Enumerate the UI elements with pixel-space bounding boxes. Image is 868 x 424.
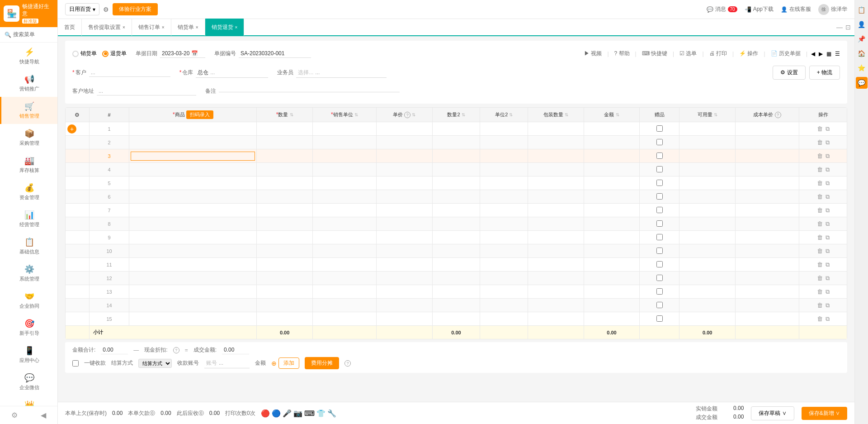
delete-11-icon[interactable]: 🗑 <box>817 261 823 268</box>
tab-close-price-setting[interactable]: × <box>123 25 125 30</box>
delete-9-icon[interactable]: 🗑 <box>817 234 823 241</box>
copy-row-1-icon[interactable]: ⧉ <box>826 125 830 133</box>
gift-check-5[interactable] <box>656 180 663 186</box>
tab-sales-order[interactable]: 销售订单 × <box>132 19 171 36</box>
business-select[interactable]: 日用百货 ▾ <box>65 3 99 15</box>
radio-sales[interactable]: 销货单 <box>72 50 97 57</box>
sidebar-item-marketing[interactable]: 📢 营销推广 <box>0 70 57 97</box>
copy-5-icon[interactable]: ⧉ <box>826 180 830 187</box>
add-row-btn[interactable]: + <box>67 124 76 133</box>
gift-check-3[interactable] <box>656 152 663 159</box>
gift-check-11[interactable] <box>656 261 663 267</box>
product-input-3[interactable] <box>131 152 255 160</box>
tab-price-setting[interactable]: 售价提取设置 × <box>82 19 132 36</box>
copy-13-icon[interactable]: ⧉ <box>826 288 830 295</box>
copy-9-icon[interactable]: ⧉ <box>826 234 830 241</box>
copy-10-icon[interactable]: ⧉ <box>826 248 830 255</box>
sidebar-item-apps[interactable]: 📱 应用中心 <box>0 341 57 368</box>
copy-row-3-icon[interactable]: ⧉ <box>826 152 830 160</box>
search-menu[interactable]: 🔍 搜索菜单 <box>0 27 57 43</box>
save-new-btn[interactable]: 保存&新增 ∨ <box>802 407 847 420</box>
collapse-icon[interactable]: ◀ <box>41 411 46 419</box>
minimize-icon[interactable]: — <box>836 24 843 31</box>
sidebar-item-quick-nav[interactable]: ⚡ 快捷导航 <box>0 43 57 70</box>
prev-icon[interactable]: ◀ <box>811 51 815 57</box>
copy-6-icon[interactable]: ⧉ <box>826 193 830 200</box>
copy-14-icon[interactable]: ⧉ <box>826 302 830 309</box>
salesperson-input[interactable]: 选择... ... <box>296 68 387 78</box>
sidebar-item-purchase[interactable]: 📦 采购管理 <box>0 124 57 151</box>
scan-btn[interactable]: 扫码录入 <box>186 110 213 119</box>
sidebar-item-finance[interactable]: 💰 资金管理 <box>0 178 57 205</box>
calendar-icon[interactable]: 📅 <box>191 50 198 57</box>
gift-check-8[interactable] <box>656 220 663 227</box>
sidebar-item-inventory[interactable]: 🏭 库存核算 <box>0 151 57 178</box>
panel-icon-1[interactable]: 📋 <box>858 5 865 15</box>
maximize-icon[interactable]: ⊡ <box>845 24 851 31</box>
gift-check-10[interactable] <box>656 248 663 254</box>
delete-row-3-icon[interactable]: 🗑 <box>817 152 823 160</box>
expense-split-btn[interactable]: 费用分摊 <box>305 357 339 369</box>
radio-return[interactable]: 退货单 <box>102 50 127 57</box>
video-btn[interactable]: ▶ 视频 <box>582 49 604 58</box>
app-download-item[interactable]: 📲 App下载 <box>745 5 774 13</box>
print-btn[interactable]: 🖨 打印 <box>708 49 729 58</box>
gift-check-15[interactable] <box>656 315 663 322</box>
next-icon[interactable]: ▶ <box>819 51 823 57</box>
settings-bottom-icon[interactable]: ⚙ <box>11 411 18 419</box>
copy-12-icon[interactable]: ⧉ <box>826 275 830 282</box>
delete-7-icon[interactable]: 🗑 <box>817 207 823 214</box>
operation-btn[interactable]: ⚡ 操作 <box>737 49 760 58</box>
user-item[interactable]: 徐 徐泽华 <box>818 4 847 15</box>
delete-8-icon[interactable]: 🗑 <box>817 220 823 228</box>
panel-icon-5[interactable]: ⭐ <box>858 62 865 73</box>
doc-date-input[interactable]: 2023-03-20 📅 <box>160 49 205 58</box>
gift-check-1[interactable] <box>656 125 663 132</box>
sidebar-item-wechat[interactable]: 💬 企业微信 <box>0 368 57 395</box>
online-service-item[interactable]: 👤 在线客服 <box>781 5 811 13</box>
select-btn[interactable]: ☑ 选单 <box>678 49 698 58</box>
cell-product-1[interactable] <box>129 122 257 136</box>
delete-15-icon[interactable]: 🗑 <box>817 315 823 323</box>
panel-icon-3[interactable]: 📌 <box>858 33 865 44</box>
tab-sales-return[interactable]: 销货退货 × <box>205 19 245 36</box>
gift-check-13[interactable] <box>656 288 663 295</box>
topbar-gear-icon[interactable]: ⚙ <box>103 6 109 13</box>
sidebar-item-sales[interactable]: 🛒 销售管理 <box>0 97 57 124</box>
grid-view-icon[interactable]: ▦ <box>826 51 831 57</box>
remark-input[interactable] <box>219 90 400 92</box>
sidebar-item-guide[interactable]: 🎯 新手引导 <box>0 314 57 341</box>
tab-close-sales[interactable]: × <box>196 25 198 30</box>
sidebar-item-enterprise[interactable]: 🤝 企业协同 <box>0 287 57 314</box>
logistics-btn[interactable]: + 物流 <box>809 66 840 80</box>
copy-7-icon[interactable]: ⧉ <box>826 207 830 214</box>
th-setting[interactable]: ⚙ <box>66 108 90 122</box>
panel-icon-6[interactable]: 💬 <box>856 77 868 89</box>
warehouse-input[interactable]: 总仓 ... <box>196 68 268 78</box>
delete-5-icon[interactable]: 🗑 <box>817 180 823 187</box>
tab-close-sales-return[interactable]: × <box>235 25 238 30</box>
tab-sales[interactable]: 销货单 × <box>171 19 205 36</box>
help-btn[interactable]: ? 帮助 <box>613 49 632 58</box>
copy-4-icon[interactable]: ⧉ <box>826 166 830 173</box>
copy-15-icon[interactable]: ⧉ <box>826 315 830 323</box>
address-input[interactable]: ... <box>97 87 196 95</box>
gift-check-14[interactable] <box>656 302 663 308</box>
delete-13-icon[interactable]: 🗑 <box>817 288 823 295</box>
shortcut-btn[interactable]: ⌨ 快捷键 <box>640 49 669 58</box>
sidebar-item-operations[interactable]: 📊 经营管理 <box>0 205 57 233</box>
gift-check-9[interactable] <box>656 234 663 240</box>
gift-check-12[interactable] <box>656 275 663 281</box>
delete-row-2-icon[interactable]: 🗑 <box>817 139 823 146</box>
list-view-icon[interactable]: ☰ <box>835 51 840 57</box>
message-item[interactable]: 💬 消息 70 <box>707 5 737 13</box>
sidebar-item-member[interactable]: 👑 畅会员 <box>0 395 57 406</box>
delete-4-icon[interactable]: 🗑 <box>817 166 823 173</box>
gift-check-2[interactable] <box>656 139 663 145</box>
history-btn[interactable]: 📄 历史单据 <box>769 49 802 58</box>
customer-input[interactable]: ... <box>89 68 170 77</box>
doc-no-input[interactable]: SA-20230320-001 <box>239 49 311 58</box>
gift-check-4[interactable] <box>656 166 663 172</box>
copy-row-2-icon[interactable]: ⧉ <box>826 139 830 146</box>
delete-6-icon[interactable]: 🗑 <box>817 193 823 200</box>
